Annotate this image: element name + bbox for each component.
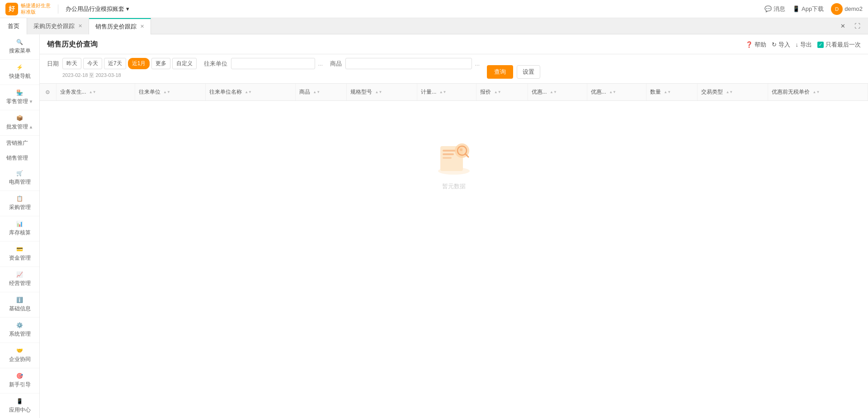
user-menu[interactable]: D demo2 xyxy=(831,3,863,15)
app-download-button[interactable]: 📱 App下载 xyxy=(793,5,824,13)
th-partner-code-label: 往来单位 xyxy=(139,89,160,95)
sidebar-item-operations[interactable]: 📈 经营管理 xyxy=(0,267,39,292)
sidebar-item-purchase[interactable]: 📋 采购管理 xyxy=(0,191,39,216)
date-7days-btn[interactable]: 近7天 xyxy=(104,58,126,69)
th-spec-sort[interactable]: ▲▼ xyxy=(375,90,382,94)
sidebar-item-newcomer[interactable]: 🎯 新手引导 xyxy=(0,368,39,394)
filter-row: 日期 昨天 今天 近7天 近1月 更多 自定义 2023-02-18 至 202… xyxy=(47,58,861,79)
help-button[interactable]: ❓ 帮助 xyxy=(745,41,766,49)
sidebar-item-finance[interactable]: 💳 资金管理 xyxy=(0,242,39,267)
svg-rect-4 xyxy=(443,157,452,159)
sidebar: 🔍 搜索菜单 ⚡ 快捷导航 🏪 零售管理 ▼ 📦 批发管理 ▲ 营销推广 销售管… xyxy=(0,34,40,418)
date-yesterday-btn[interactable]: 昨天 xyxy=(62,58,81,69)
partner-input[interactable] xyxy=(231,58,315,69)
svg-rect-2 xyxy=(443,150,456,152)
th-product-sort[interactable]: ▲▼ xyxy=(313,90,320,94)
th-biz-date: 业务发生... ▲▼ xyxy=(56,84,135,101)
help-icon: ❓ xyxy=(745,41,753,48)
date-filter-group: 日期 昨天 今天 近7天 近1月 更多 自定义 2023-02-18 至 202… xyxy=(47,58,197,79)
th-pre-tax-price-sort[interactable]: ▲▼ xyxy=(813,90,820,94)
message-button[interactable]: 💬 消息 xyxy=(764,5,785,13)
export-icon: ↓ xyxy=(796,41,799,48)
table-container: ⚙ 业务发生... ▲▼ 往来单位 ▲▼ 往来单位名称 ▲▼ xyxy=(40,84,868,418)
maximize-button[interactable]: ⛶ xyxy=(852,21,863,32)
th-unit-label: 计量... xyxy=(421,89,436,95)
settings-button[interactable]: 设置 xyxy=(517,65,540,79)
th-biz-date-sort[interactable]: ▲▼ xyxy=(89,90,96,94)
system-icon: ⚙️ xyxy=(16,322,23,328)
sidebar-item-inventory[interactable]: 📊 库存核算 xyxy=(0,216,39,242)
avatar: D xyxy=(831,3,843,15)
product-input[interactable] xyxy=(345,58,472,69)
date-today-btn[interactable]: 今天 xyxy=(83,58,102,69)
quick-nav-icon: ⚡ xyxy=(16,64,23,71)
date-custom-btn[interactable]: 自定义 xyxy=(172,58,197,69)
th-pre-tax-price: 优惠前无税单价 ▲▼ xyxy=(768,84,868,101)
th-quantity: 数量 ▲▼ xyxy=(646,84,697,101)
basic-info-icon: ℹ️ xyxy=(16,297,23,303)
finance-icon: 💳 xyxy=(16,246,23,252)
product-filter-group: 商品 ... xyxy=(330,58,480,69)
ecommerce-icon: 🛒 xyxy=(16,170,23,176)
page-header: 销售历史价查询 ❓ 帮助 ↻ 导入 ↓ 导出 ✓ xyxy=(40,34,868,54)
th-discount2-sort[interactable]: ▲▼ xyxy=(609,90,616,94)
th-trade-type-sort[interactable]: ▲▼ xyxy=(726,90,733,94)
sidebar-item-retail[interactable]: 🏪 零售管理 ▼ xyxy=(0,85,39,110)
import-button[interactable]: ↻ 导入 xyxy=(772,41,790,49)
th-partner-code-sort[interactable]: ▲▼ xyxy=(163,90,170,94)
sidebar-subitem-sales[interactable]: 销售管理 xyxy=(0,151,39,166)
th-unit-sort[interactable]: ▲▼ xyxy=(439,90,447,94)
main-layout: 🔍 搜索菜单 ⚡ 快捷导航 🏪 零售管理 ▼ 📦 批发管理 ▲ 营销推广 销售管… xyxy=(0,34,868,418)
sidebar-item-wholesale[interactable]: 📦 批发管理 ▲ xyxy=(0,110,39,136)
sidebar-subitem-marketing[interactable]: 营销推广 xyxy=(0,136,39,151)
tab-sales-close[interactable]: ✕ xyxy=(140,24,144,29)
topbar-divider xyxy=(58,5,58,14)
product-input-group: ... xyxy=(345,58,480,69)
tab-purchase-close[interactable]: ✕ xyxy=(78,23,82,29)
tab-sales-history[interactable]: 销售历史价跟踪 ✕ xyxy=(89,18,151,34)
topbar-left: 好 畅捷通好生意 标准版 办公用品行业模拟账套 ▾ xyxy=(5,3,129,15)
app-center-icon: 📱 xyxy=(16,398,23,404)
sidebar-item-search-menu[interactable]: 🔍 搜索菜单 xyxy=(0,34,39,60)
date-range-display: 2023-02-18 至 2023-03-18 xyxy=(62,72,197,79)
sidebar-item-enterprise[interactable]: 🤝 企业协同 xyxy=(0,343,39,368)
sidebar-item-ecommerce[interactable]: 🛒 电商管理 xyxy=(0,166,39,191)
th-product: 商品 ▲▼ xyxy=(295,84,346,101)
wholesale-icon: 📦 xyxy=(16,115,23,121)
tab-home-label: 首页 xyxy=(8,22,19,30)
th-quote-sort[interactable]: ▲▼ xyxy=(494,90,501,94)
th-discount1-sort[interactable]: ▲▼ xyxy=(550,90,557,94)
th-unit: 计量... ▲▼ xyxy=(417,84,476,101)
sidebar-item-quick-nav[interactable]: ⚡ 快捷导航 xyxy=(0,60,39,85)
workspace-selector[interactable]: 办公用品行业模拟账套 ▾ xyxy=(66,5,129,13)
product-dots: ... xyxy=(475,60,480,67)
th-partner-name-sort[interactable]: ▲▼ xyxy=(245,90,252,94)
close-all-tabs-button[interactable]: ✕ xyxy=(837,21,848,32)
th-quantity-sort[interactable]: ▲▼ xyxy=(664,90,671,94)
topbar: 好 畅捷通好生意 标准版 办公用品行业模拟账套 ▾ 💬 消息 📱 App下载 D… xyxy=(0,0,868,18)
operations-icon: 📈 xyxy=(16,271,23,278)
date-more-btn[interactable]: 更多 xyxy=(151,58,170,69)
sidebar-item-app-center[interactable]: 📱 应用中心 xyxy=(0,394,39,418)
wholesale-arrow-icon: ▲ xyxy=(29,124,33,129)
sidebar-item-system[interactable]: ⚙️ 系统管理 xyxy=(0,318,39,343)
th-partner-code: 往来单位 ▲▼ xyxy=(135,84,205,101)
logo-text: 畅捷通好生意 标准版 xyxy=(21,3,51,14)
th-settings: ⚙ xyxy=(40,84,56,101)
tab-purchase-history[interactable]: 采购历史价跟踪 ✕ xyxy=(27,18,89,34)
th-spec: 规格型号 ▲▼ xyxy=(347,84,417,101)
only-last-checkbox[interactable]: ✓ xyxy=(817,42,824,48)
date-1month-btn[interactable]: 近1月 xyxy=(128,58,150,69)
export-button[interactable]: ↓ 导出 xyxy=(796,41,812,49)
only-last-checkbox-group: ✓ 只看最后一次 xyxy=(817,41,861,49)
query-button[interactable]: 查询 xyxy=(487,65,513,79)
th-biz-date-label: 业务发生... xyxy=(60,89,86,95)
column-settings-icon[interactable]: ⚙ xyxy=(45,89,50,95)
search-icon: 🔍 xyxy=(16,39,23,45)
empty-text: 暂元数据 xyxy=(442,182,466,190)
sidebar-item-basic-info[interactable]: ℹ️ 基础信息 xyxy=(0,292,39,318)
page-title: 销售历史价查询 xyxy=(47,40,98,49)
th-discount1: 优惠... ▲▼ xyxy=(528,84,587,101)
svg-point-8 xyxy=(460,148,462,151)
tab-home[interactable]: 首页 xyxy=(0,18,27,34)
